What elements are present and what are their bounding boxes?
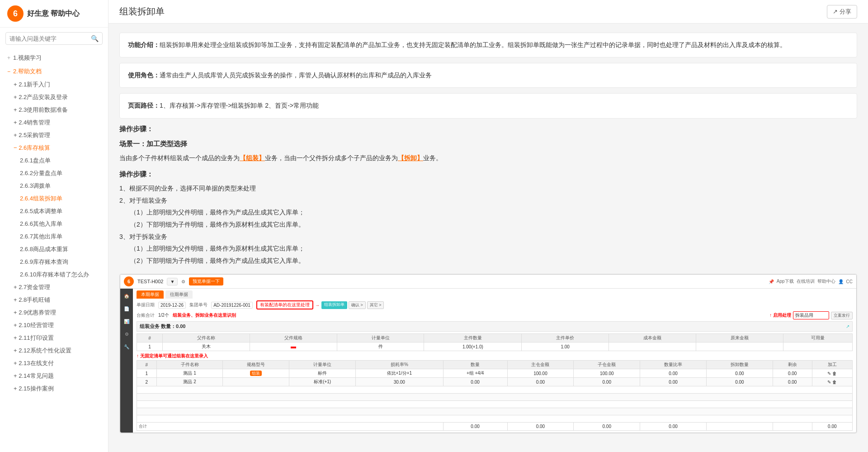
sidebar-item-2-13[interactable]: + 2.13在线支付 xyxy=(0,357,108,370)
sidebar-item-2-11[interactable]: + 2.11打印设置 xyxy=(0,332,108,344)
spec-input[interactable] xyxy=(291,347,296,348)
table-row xyxy=(137,386,853,394)
sidebar-item-2-6-3[interactable]: 2.6.3调拨单 xyxy=(0,180,108,192)
app-sidebar-tool[interactable]: 🔧 xyxy=(122,342,131,351)
sidebar-item-2-1[interactable]: + 2.1新手入门 xyxy=(0,78,108,91)
th-c-loss: 损耗率% xyxy=(356,361,443,369)
btn-other[interactable]: 其它 > xyxy=(367,301,384,309)
sidebar-item-2-12[interactable]: + 2.12系统个性化设置 xyxy=(0,344,108,357)
app-form-row-1: 单据日期 2019-12-26 集团单号 AD-20191226-001 有装配… xyxy=(137,300,853,309)
section-expand-icon[interactable]: ↗ xyxy=(846,324,849,329)
sidebar-item-2-9[interactable]: + 2.9优惠券管理 xyxy=(0,306,108,319)
td-parent-name: 关木 xyxy=(163,343,250,351)
td-c-action-2[interactable]: ✎ 🗑 xyxy=(812,378,852,386)
td-c-sub-amt-1: 100.00 xyxy=(574,369,640,378)
intro-block: 功能介绍：组装拆卸单用来处理企业组装或拆卸等加工业务，支持有固定装配清单的产品加… xyxy=(119,33,857,57)
tab-current[interactable]: 本期单据 xyxy=(137,290,164,299)
table-row: 1 关木 件 1.00(+1.0) 1.00 xyxy=(137,343,853,351)
sidebar-item-2-6-5[interactable]: 2.6.5成本调整单 xyxy=(0,205,108,218)
td-c-qty-1: +组 +4/4 xyxy=(443,369,507,378)
sidebar-item-2-7[interactable]: + 2.7资金管理 xyxy=(0,281,108,294)
app-window: 6 TEST-H002 ▼ ⚙ 预览单据一下 📌 App下载 在线培训 帮助中心… xyxy=(120,274,857,433)
link-assembly[interactable]: 【组装】 xyxy=(240,154,265,162)
th-c-disq: 拆卸数量 xyxy=(706,361,773,369)
parent-table: # 父件名称 父件规格 计量单位 主件数量 主件单价 成本金额 原来金额 可用量 xyxy=(137,333,853,351)
link-disassembly[interactable]: 【拆卸】 xyxy=(398,154,423,162)
sidebar-item-2-3-label: + 2.3使用前数据准备 xyxy=(14,106,68,113)
td-main-qty: 1.00(+1.0) xyxy=(424,343,522,351)
app-new-order-btn[interactable]: 预览单据一下 xyxy=(189,277,223,285)
td-c-loss-2: 30.00 xyxy=(356,378,443,386)
sidebar-item-2-2[interactable]: + 2.2产品安装及登录 xyxy=(0,91,108,104)
callout-1: 有装配清单的在这里处理 xyxy=(256,300,313,309)
td-parent-spec xyxy=(250,343,337,351)
search-input[interactable] xyxy=(9,35,91,42)
sidebar-item-2-6-6[interactable]: 2.6.6其他入库单 xyxy=(0,218,108,230)
input-use-type[interactable]: 拆装品用 xyxy=(793,311,829,319)
sidebar-section-1[interactable]: + 1.视频学习 xyxy=(0,51,108,65)
sidebar-item-2-6-1[interactable]: 2.6.1盘点单 xyxy=(0,154,108,167)
step-3-sub2: （2）下部明细为子件明细，最终作为产成品生成其它入库单。 xyxy=(130,255,857,267)
form-input-date[interactable]: 2019-12-26 xyxy=(158,302,186,309)
sidebar-item-2-6[interactable]: − 2.6库存核算 xyxy=(0,142,108,154)
td-footer-6 xyxy=(773,423,812,431)
td-orig-amt xyxy=(696,343,783,351)
callout-3: ↑ 启用处理 xyxy=(769,312,791,319)
td-c-num-1: 1 xyxy=(137,369,157,378)
child-table-body: 1 测品 1 组装 标件 依比+1/分+1 +组 +4/4 100.00 100… xyxy=(137,369,853,423)
sidebar-item-2-6-8[interactable]: 2.6.8商品成本重算 xyxy=(0,243,108,256)
sidebar-item-2-4[interactable]: + 2.4销售管理 xyxy=(0,116,108,129)
td-c-action-1[interactable]: ✎ 🗑 xyxy=(812,369,852,378)
app-sidebar-gear[interactable]: ⚙ xyxy=(122,329,131,338)
th-parent-spec: 父件规格 xyxy=(250,334,337,343)
search-icon[interactable]: 🔍 xyxy=(91,35,99,42)
content-area: 功能介绍：组装拆卸单用来处理企业组装或拆卸等加工业务，支持有固定装配清单的产品加… xyxy=(108,24,868,452)
td-avail xyxy=(783,343,852,351)
app-dropdown[interactable]: ▼ xyxy=(167,278,178,285)
btn-confirm[interactable]: 确认 > xyxy=(349,301,366,309)
td-c-disq-1: 0.00 xyxy=(706,369,773,378)
sidebar-item-2-10[interactable]: + 2.10经营管理 xyxy=(0,319,108,332)
sidebar-section-2[interactable]: − 2.帮助文档 xyxy=(0,65,108,78)
sidebar-item-2-6-2[interactable]: 2.6.2分量盘点单 xyxy=(0,167,108,180)
app-sidebar-chart[interactable]: 📊 xyxy=(122,317,131,326)
callout-btns: 组装拆卸单 确认 > 其它 > xyxy=(321,301,384,309)
btn-assembly-type[interactable]: 组装拆卸单 xyxy=(321,301,347,309)
sidebar-item-2-8[interactable]: + 2.8手机旺铺 xyxy=(0,294,108,306)
sidebar-item-2-6-7[interactable]: 2.6.7其他出库单 xyxy=(0,230,108,243)
child-table: # 子件名称 规格型号 计量单位 损耗率% 数量 主仓金额 子仓金额 数量比率 xyxy=(137,360,853,431)
td-c-ratio-2: 0.00 xyxy=(640,378,707,386)
sidebar-item-2-6-4[interactable]: 2.6.4组装拆卸单 xyxy=(0,192,108,205)
td-empty-4 xyxy=(137,394,853,401)
child-table-header: # 子件名称 规格型号 计量单位 损耗率% 数量 主仓金额 子仓金额 数量比率 xyxy=(137,361,853,369)
path-block: 页面路径：1、库存核算->库存管理->组装拆卸单 2、首页->常用功能 xyxy=(119,93,857,118)
btn-execute[interactable]: 立案发行 xyxy=(831,312,853,319)
form-input-billno[interactable]: AD-20191226-001 xyxy=(211,302,253,309)
tab-history[interactable]: 往期单据 xyxy=(165,290,193,299)
sidebar-item-2-15[interactable]: + 2.15操作案例 xyxy=(0,382,108,395)
share-button[interactable]: ↗ 分享 xyxy=(827,5,857,19)
th-c-sub-amt: 子仓金额 xyxy=(574,361,640,369)
step-3: 3、对于拆装业务 xyxy=(119,231,857,243)
td-footer-7: 0.00 xyxy=(812,423,852,431)
th-c-num: # xyxy=(137,361,157,369)
td-c-name-1: 测品 1 xyxy=(156,369,223,378)
sidebar-item-2-6-9[interactable]: 2.6.9库存账本查询 xyxy=(0,256,108,268)
app-sidebar-home[interactable]: 🏠 xyxy=(122,291,131,300)
td-c-unit-2: 标准(+1) xyxy=(289,378,356,386)
th-parent-name: 父件名称 xyxy=(163,334,250,343)
app-topbar: 6 TEST-H002 ▼ ⚙ 预览单据一下 📌 App下载 在线培训 帮助中心… xyxy=(120,275,856,289)
td-c-rem-1: 0.00 xyxy=(773,369,812,378)
section-title-main: 组装业务 数量：0.00 xyxy=(140,323,185,330)
app-main-content: 本期单据 往期单据 单据日期 2019-12-26 集团单号 AD-201912… xyxy=(133,289,856,433)
sidebar-item-2-3[interactable]: + 2.3使用前数据准备 xyxy=(0,104,108,116)
sidebar-item-2-5[interactable]: + 2.5采购管理 xyxy=(0,129,108,142)
sidebar-item-2-14[interactable]: + 2.14常见问题 xyxy=(0,370,108,382)
sidebar-item-2-6-10[interactable]: 2.6.10库存账本错了怎么办 xyxy=(0,268,108,281)
app-sidebar-doc[interactable]: 📄 xyxy=(122,304,131,313)
app-top-label-2: 在线培训 xyxy=(797,278,815,285)
sidebar: 6 好生意 帮助中心 🔍 + 1.视频学习 − 2.帮助文档 + 2.1新手入门… xyxy=(0,0,108,452)
table-row xyxy=(137,394,853,401)
td-c-main-amt-2: 0.00 xyxy=(507,378,574,386)
search-box[interactable]: 🔍 xyxy=(5,32,103,45)
